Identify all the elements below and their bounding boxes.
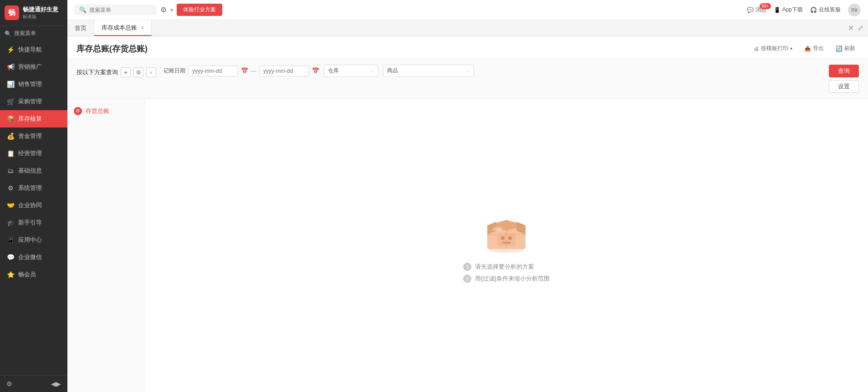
main-area: 🔍 ⚙ ▾ 体验行业方案 💬 消息 99+ 📱 App下载 🎧 在线客服 (67, 0, 868, 392)
tip-num-1: 1 (463, 263, 471, 271)
basic-info-icon: 🗂 (6, 167, 15, 175)
topbar-search-area[interactable]: 🔍 (75, 5, 157, 15)
content-body: 存 存货总账 (67, 99, 868, 392)
topbar-search-icon: 🔍 (79, 6, 87, 13)
sidebar-item-sales[interactable]: 📊 销售管理 (0, 76, 67, 93)
online-service-btn[interactable]: 🎧 在线客服 (810, 6, 841, 14)
sidebar-item-guide[interactable]: 🎓 新手引导 (0, 214, 67, 231)
sidebar-item-app-center[interactable]: 📱 应用中心 (0, 231, 67, 249)
sidebar-item-membership[interactable]: ⭐ 畅会员 (0, 266, 67, 283)
filter-right-actions: 查询 设置 (829, 65, 859, 93)
sidebar-item-wechat[interactable]: 💬 企业微信 (0, 249, 67, 266)
industry-btn[interactable]: 体验行业方案 (177, 4, 222, 16)
scheme-item-inventory-ledger[interactable]: 存 存货总账 (67, 103, 144, 119)
goods-more-icon: ··· (466, 68, 470, 74)
tab-inventory-ledger[interactable]: 库存成本总账 × (94, 20, 152, 36)
tab-home[interactable]: 首页 (67, 20, 94, 36)
operations-icon: 📋 (6, 149, 15, 158)
avatar: Rit (848, 4, 861, 16)
sidebar-item-finance[interactable]: 💰 资金管理 (0, 127, 67, 145)
print-dropdown-icon[interactable]: ▾ (790, 46, 792, 51)
date-field-label: 记账日期 (163, 67, 185, 75)
message-btn[interactable]: 💬 消息 99+ (747, 6, 766, 14)
warehouse-select[interactable]: 仓库 ··· (324, 65, 378, 77)
warehouse-more-icon: ··· (370, 68, 374, 74)
filter-arrow-btn[interactable]: ‹ (146, 67, 156, 77)
svg-point-9 (501, 236, 505, 240)
sidebar-item-purchase[interactable]: 🛒 采购管理 (0, 93, 67, 110)
sidebar-bottom-icons: ⚙ (6, 380, 12, 387)
cooperation-icon: 🤝 (6, 201, 15, 209)
data-area: 1 请先选择要分析的方案 2 用[过滤]条件来缩小分析范围 (145, 99, 868, 392)
sidebar-item-cooperation[interactable]: 🤝 企业协同 (0, 197, 67, 214)
app-logo-icon: 畅 (5, 5, 19, 20)
empty-box-svg (479, 208, 534, 254)
page-content: 库存总账(存货总账) 🖨 按模板打印 ▾ 📤 导出 🔄 刷新 (67, 36, 868, 392)
quick-nav-icon: ⚡ (6, 46, 15, 54)
settings-btn[interactable]: 设置 (829, 80, 859, 93)
topbar-search-input[interactable] (89, 7, 144, 13)
topbar-gear-icon[interactable]: ⚙ (160, 5, 167, 14)
sidebar: 畅 畅捷通好生意 标准版 🔍 搜索菜单 ⚡ 快捷导航 📢 营销推广 📊 销售管理… (0, 0, 67, 392)
svg-rect-11 (502, 242, 511, 244)
filter-fields: 记账日期 📅 — 📅 仓库 ··· 商品 (163, 65, 822, 77)
filter-actions: + ⚙ ‹ (121, 67, 156, 77)
date-end-input[interactable] (259, 66, 309, 76)
membership-icon: ⭐ (6, 270, 15, 279)
inventory-icon: 📦 (6, 115, 15, 123)
topbar-dropdown-icon[interactable]: ▾ (170, 7, 173, 13)
purchase-icon: 🛒 (6, 97, 15, 106)
sidebar-bottom: ⚙ ◀▶ (0, 375, 67, 392)
search-icon: 🔍 (5, 31, 11, 37)
sidebar-nav: ⚡ 快捷导航 📢 营销推广 📊 销售管理 🛒 采购管理 📦 库存核算 💰 资金管… (0, 41, 67, 375)
filter-add-btn[interactable]: + (121, 67, 131, 77)
filter-collapse-btn[interactable]: ⚙ (133, 67, 143, 77)
phone-icon: 📱 (774, 7, 781, 13)
sidebar-item-basic-info[interactable]: 🗂 基础信息 (0, 162, 67, 179)
finance-icon: 💰 (6, 132, 15, 140)
tab-expand-icon[interactable]: ⤢ (858, 24, 863, 32)
calendar-end-icon[interactable]: 📅 (312, 67, 319, 74)
sidebar-search-menu[interactable]: 🔍 搜索菜单 (0, 26, 67, 41)
guide-icon: 🎓 (6, 219, 15, 227)
print-btn[interactable]: 🖨 按模板打印 ▾ (750, 43, 796, 54)
user-avatar-area[interactable]: Rit (848, 4, 861, 16)
export-icon: 📤 (804, 46, 811, 52)
svg-rect-7 (493, 227, 502, 231)
system-icon: ⚙ (6, 184, 15, 192)
tip-item-2: 2 用[过滤]条件来缩小分析范围 (463, 275, 549, 283)
page-header-actions: 🖨 按模板打印 ▾ 📤 导出 🔄 刷新 (750, 43, 859, 54)
refresh-btn[interactable]: 🔄 刷新 (832, 43, 859, 54)
wechat-icon: 💬 (6, 253, 15, 261)
date-start-input[interactable] (188, 66, 238, 76)
settings-icon[interactable]: ⚙ (6, 380, 12, 387)
tab-close-icon[interactable]: × (141, 25, 144, 31)
scheme-panel: 存 存货总账 (67, 99, 145, 392)
export-btn[interactable]: 📤 导出 (801, 43, 827, 54)
empty-illustration: 1 请先选择要分析的方案 2 用[过滤]条件来缩小分析范围 (463, 208, 549, 283)
svg-point-10 (508, 236, 512, 240)
filter-warehouse-group: 仓库 ··· (324, 65, 378, 77)
collapse-icon[interactable]: ◀▶ (51, 380, 61, 387)
sidebar-item-operations[interactable]: 📋 经营管理 (0, 145, 67, 162)
date-separator: — (251, 68, 256, 74)
query-btn[interactable]: 查询 (829, 65, 859, 77)
scheme-item-icon: 存 (74, 107, 82, 115)
tabbar: 首页 库存成本总账 × ✕ ⤢ (67, 20, 868, 36)
sidebar-item-quick-nav[interactable]: ⚡ 快捷导航 (0, 41, 67, 58)
app-logo-text: 畅捷通好生意 标准版 (23, 6, 58, 20)
app-center-icon: 📱 (6, 236, 15, 244)
sidebar-item-marketing[interactable]: 📢 营销推广 (0, 58, 67, 76)
app-download-btn[interactable]: 📱 App下载 (774, 6, 803, 14)
marketing-icon: 📢 (6, 63, 15, 71)
calendar-start-icon[interactable]: 📅 (241, 67, 248, 74)
svg-rect-8 (497, 233, 516, 246)
page-title: 库存总账(存货总账) (77, 43, 148, 54)
sidebar-item-system[interactable]: ⚙ 系统管理 (0, 179, 67, 197)
tab-close-page-icon[interactable]: ✕ (848, 24, 854, 32)
tip-item-1: 1 请先选择要分析的方案 (463, 263, 549, 271)
print-icon: 🖨 (754, 46, 759, 52)
sidebar-item-inventory[interactable]: 📦 库存核算 (0, 110, 67, 127)
goods-select[interactable]: 商品 ··· (383, 65, 474, 77)
filter-date-group: 记账日期 📅 — 📅 (163, 66, 319, 76)
